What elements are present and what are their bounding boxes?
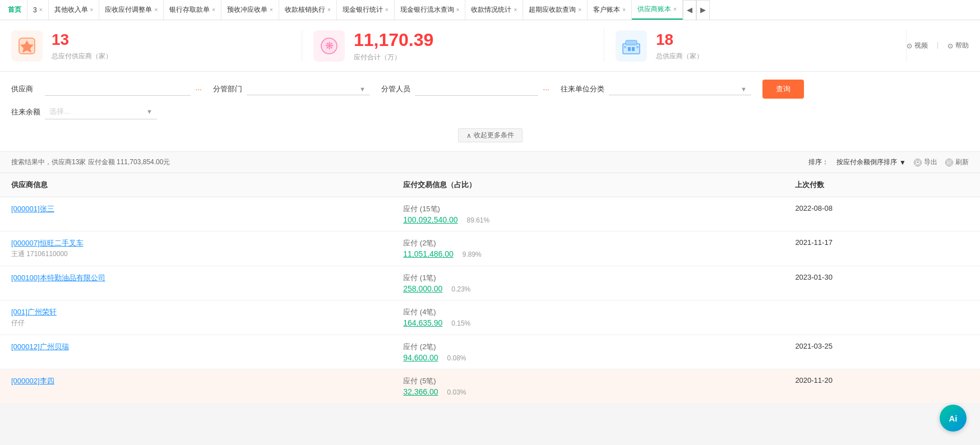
sort-value: 按应付余额倒序排序 — [836, 157, 897, 167]
summary-payable-total-text: 11,170.39 应付合计（万） — [354, 29, 433, 62]
supplier-link[interactable]: [000012]广州贝瑞 — [11, 342, 69, 351]
supplier-link[interactable]: [000002]李四 — [11, 377, 54, 385]
filter-balance-select[interactable]: 选择... ▼ — [45, 104, 157, 119]
filter-supplier-dots[interactable]: ··· — [195, 85, 202, 94]
supplier-info-cell: [000002]李四 — [0, 369, 392, 404]
nav-tab-overdue-ar-label: 超期应收款查询 — [529, 5, 576, 15]
nav-tab-other-income-close[interactable]: × — [90, 7, 94, 13]
refresh-label: 刷新 — [955, 157, 969, 167]
nav-tab-cash-bank-flow-close[interactable]: × — [456, 7, 460, 13]
table-row: [000012]广州贝瑞 应付 (2笔) 94,600.00 0.08% 202… — [0, 335, 980, 369]
table-row: [000100]本特勤油品有限公司 应付 (1笔) 258,000.00 0.2… — [0, 266, 980, 300]
table-row: [000002]李四 应付 (5笔) 32,366.00 0.03% 2020-… — [0, 369, 980, 404]
filter-balance-label: 往来余额 — [11, 107, 40, 117]
nav-tab-supplier-ledger-close[interactable]: × — [673, 6, 677, 12]
nav-tab-3[interactable]: 3 × — [27, 0, 49, 20]
filter-person-dots[interactable]: ··· — [543, 85, 549, 94]
filter-dept-select[interactable]: ▼ — [247, 84, 370, 95]
tx-amount[interactable]: 258,000.00 — [403, 284, 442, 293]
svg-point-11 — [947, 160, 952, 165]
nav-tab-supplier-ledger[interactable]: 供应商账本 × — [632, 0, 683, 20]
nav-tab-overdue-ar-close[interactable]: × — [578, 7, 581, 13]
tx-percent: 89.61% — [467, 216, 490, 224]
svg-rect-8 — [624, 46, 626, 48]
nav-arrow-left[interactable]: ◀ — [683, 0, 696, 20]
nav-tab-receipt-verify[interactable]: 收款核销执行 × — [279, 0, 337, 20]
nav-tab-home[interactable]: 首页 — [2, 0, 27, 20]
collapse-button[interactable]: ∧ 收起更多条件 — [458, 128, 523, 142]
nav-tab-prepaid-ar[interactable]: 预收冲应收单 × — [221, 0, 279, 20]
help-link[interactable]: 帮助 — [955, 41, 969, 50]
filter-supplier-label: 供应商 — [11, 84, 40, 94]
filter-person: 分管人员 ··· — [381, 82, 549, 96]
nav-tab-other-income[interactable]: 其他收入单 × — [49, 0, 100, 20]
export-label: 导出 — [924, 157, 937, 167]
summary-total-suppliers: 18 总供应商（家） — [604, 30, 907, 62]
nav-tab-home-label: 首页 — [8, 5, 21, 15]
tx-row: 11,051,486.00 9.89% — [403, 248, 773, 258]
summary-total-suppliers-number: 18 — [656, 30, 703, 49]
tx-amount[interactable]: 11,051,486.00 — [403, 249, 454, 258]
tx-count: (5笔) — [420, 377, 436, 385]
nav-tab-bank-deposit-close[interactable]: × — [212, 7, 215, 13]
supplier-link[interactable]: [000100]本特勤油品有限公司 — [11, 274, 105, 282]
nav-tab-prepaid-ar-close[interactable]: × — [270, 7, 273, 13]
supplier-info-cell: [000007]恒旺二手叉车 王通 17106110000 — [0, 231, 392, 266]
nav-tab-3-label: 3 — [33, 6, 37, 14]
svg-rect-5 — [626, 40, 637, 45]
export-button[interactable]: 导出 — [914, 157, 937, 167]
table-row: [000007]恒旺二手叉车 王通 17106110000 应付 (2笔) 11… — [0, 231, 980, 266]
filter-category-select[interactable]: ▼ — [609, 84, 751, 95]
nav-tab-cash-bank-stat[interactable]: 现金银行统计 × — [337, 0, 395, 20]
nav-tab-overdue-ar[interactable]: 超期应收款查询 × — [523, 0, 588, 20]
nav-tab-receipt-stat-close[interactable]: × — [514, 7, 517, 13]
supplier-sub: 王通 17106110000 — [11, 249, 381, 259]
nav-tab-cash-bank-flow[interactable]: 现金银行流水查询 × — [395, 0, 466, 20]
tx-label: 应付 (1笔) — [403, 273, 773, 283]
svg-text:❋: ❋ — [325, 40, 333, 52]
nav-tab-customer-ledger-close[interactable]: × — [622, 7, 626, 13]
svg-rect-9 — [636, 46, 639, 48]
filter-supplier-input[interactable] — [45, 82, 191, 96]
filter-person-input[interactable] — [415, 82, 538, 96]
tx-info-cell: 应付 (15笔) 100,092,540.00 89.61% — [392, 197, 784, 231]
filter-person-label: 分管人员 — [381, 84, 410, 94]
results-bar: 搜索结果中，供应商13家 应付金额 111,703,854.00元 排序： 按应… — [0, 152, 980, 173]
filter-balance: 往来余额 选择... ▼ — [11, 104, 157, 119]
col-header-supplier: 供应商信息 — [0, 173, 392, 197]
tx-amount[interactable]: 32,366.00 — [403, 387, 438, 396]
nav-tab-bank-deposit-label: 银行存取款单 — [169, 5, 210, 15]
summary-payable-total-icon: ❋ — [313, 30, 345, 62]
filter-category: 往来单位分类 ▼ — [561, 84, 751, 95]
col-header-last-payment: 上次付数 — [784, 173, 980, 197]
tx-label: 应付 (5笔) — [403, 376, 773, 386]
nav-tab-receipt-verify-close[interactable]: × — [327, 7, 331, 13]
supplier-link[interactable]: [001]广州荣轩 — [11, 308, 57, 316]
tx-amount[interactable]: 164,635.90 — [403, 318, 442, 327]
nav-tab-3-close[interactable]: × — [39, 7, 43, 13]
supplier-info-cell: [000100]本特勤油品有限公司 — [0, 266, 392, 300]
tx-amount[interactable]: 94,600.00 — [403, 353, 438, 362]
category-chevron-down-icon: ▼ — [741, 86, 747, 92]
nav-tab-receipt-stat[interactable]: 收款情况统计 × — [465, 0, 523, 20]
last-payment-cell — [784, 300, 980, 335]
nav-tab-customer-ledger[interactable]: 客户账本 × — [588, 0, 632, 20]
last-payment-cell: 2022-08-08 — [784, 197, 980, 231]
top-navigation: 首页 3 × 其他收入单 × 应收应付调整单 × 银行存取款单 × 预收冲应收单… — [0, 0, 980, 20]
nav-arrow-right[interactable]: ▶ — [696, 0, 710, 20]
nav-tab-receipt-verify-label: 收款核销执行 — [285, 5, 325, 15]
supplier-link[interactable]: [000007]恒旺二手叉车 — [11, 239, 84, 247]
tx-amount[interactable]: 100,092,540.00 — [403, 215, 457, 224]
summary-payable-suppliers: 13 总应付供应商（家） — [11, 30, 302, 62]
sort-select[interactable]: 按应付余额倒序排序 ▼ — [836, 157, 906, 167]
nav-tab-bank-deposit[interactable]: 银行存取款单 × — [164, 0, 221, 20]
col-header-tx: 应付交易信息（占比） — [392, 173, 784, 197]
nav-tab-ar-ap-adjust-close[interactable]: × — [154, 7, 158, 13]
nav-tab-cash-bank-stat-close[interactable]: × — [385, 7, 389, 13]
results-summary: 搜索结果中，供应商13家 应付金额 111,703,854.00元 — [11, 157, 170, 167]
refresh-button[interactable]: 刷新 — [945, 157, 969, 167]
query-button[interactable]: 查询 — [762, 80, 804, 99]
supplier-link[interactable]: [000001]张三 — [11, 205, 54, 213]
video-link[interactable]: 视频 — [914, 41, 928, 50]
nav-tab-ar-ap-adjust[interactable]: 应收应付调整单 × — [99, 0, 164, 20]
